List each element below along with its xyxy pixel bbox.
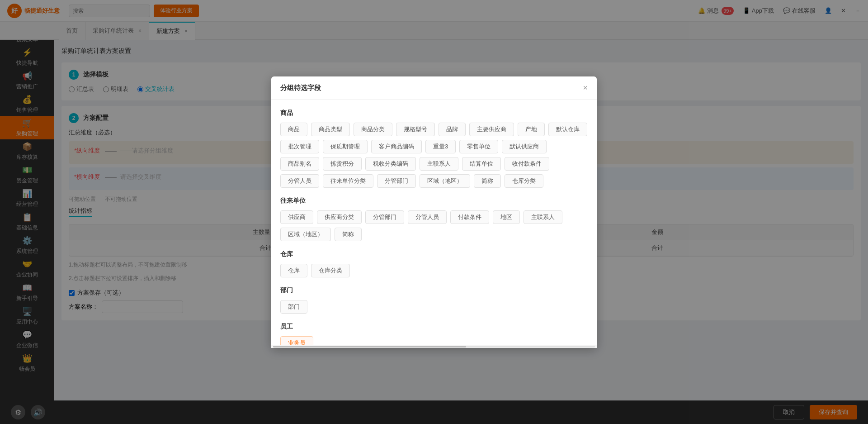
field-tag[interactable]: 默认供应商 (502, 140, 547, 153)
field-tag[interactable]: 供应商分类 (317, 210, 362, 224)
field-tag[interactable]: 区域（地区） (280, 228, 331, 241)
field-tag[interactable]: 税收分类编码 (365, 157, 416, 171)
staff-tags: 业务员 (280, 336, 588, 345)
field-tag[interactable]: 往来单位分类 (323, 174, 373, 188)
section-title-product: 商品 (280, 109, 588, 117)
field-tag[interactable]: 产地 (518, 123, 545, 136)
field-tag[interactable]: 简称 (335, 228, 362, 241)
section-title-staff: 员工 (280, 323, 588, 331)
field-section-warehouse: 仓库 仓库仓库分类 (280, 250, 588, 277)
field-section-dept: 部门 部门 (280, 286, 588, 314)
field-tag[interactable]: 商品 (280, 123, 307, 136)
field-tag[interactable]: 默认仓库 (548, 123, 587, 136)
field-tag[interactable]: 结算单位 (462, 157, 501, 171)
field-tag[interactable]: 零售单位 (459, 140, 498, 153)
section-title-dept: 部门 (280, 286, 588, 295)
field-tag[interactable]: 品牌 (439, 123, 466, 136)
field-tag[interactable]: 拣货积分 (323, 157, 362, 171)
field-tag[interactable]: 主联系人 (420, 157, 458, 171)
field-tag[interactable]: 商品分类 (354, 123, 392, 136)
field-tag[interactable]: 分管部门 (377, 174, 416, 188)
field-section-partner: 往来单位 供应商供应商分类分管部门分管人员付款条件地区主联系人区域（地区）简称 (280, 197, 588, 241)
field-tag[interactable]: 业务员 (280, 336, 313, 345)
field-tag[interactable]: 分管人员 (408, 210, 447, 224)
field-tag[interactable]: 付款条件 (450, 210, 489, 224)
dialog-title: 分组待选字段 (280, 84, 321, 92)
field-tag[interactable]: 客户商品编码 (371, 140, 422, 153)
dialog-body[interactable]: 商品 商品商品类型商品分类规格型号品牌主要供应商产地默认仓库批次管理保质期管理客… (271, 100, 597, 345)
field-section-staff: 员工 业务员 (280, 323, 588, 345)
field-tag[interactable]: 仓库分类 (311, 264, 350, 277)
field-tag[interactable]: 分管人员 (280, 174, 319, 188)
dialog-h-scrollbar (271, 345, 597, 348)
section-title-partner: 往来单位 (280, 197, 588, 205)
field-tag[interactable]: 批次管理 (280, 140, 319, 153)
h-scrollbar-track (273, 346, 595, 348)
field-tag[interactable]: 主要供应商 (469, 123, 514, 136)
field-tag[interactable]: 仓库分类 (505, 174, 543, 188)
field-tag[interactable]: 收付款条件 (505, 157, 549, 171)
dept-tags: 部门 (280, 300, 588, 314)
dialog-header: 分组待选字段 × (271, 76, 597, 100)
field-tag[interactable]: 供应商 (280, 210, 313, 224)
overlay: 分组待选字段 × 商品 商品商品类型商品分类规格型号品牌主要供应商产地默认仓库批… (0, 0, 868, 424)
section-title-warehouse: 仓库 (280, 250, 588, 258)
field-tag[interactable]: 商品别名 (280, 157, 319, 171)
field-tag[interactable]: 主联系人 (524, 210, 562, 224)
dialog: 分组待选字段 × 商品 商品商品类型商品分类规格型号品牌主要供应商产地默认仓库批… (271, 76, 597, 348)
field-tag[interactable]: 规格型号 (396, 123, 435, 136)
field-section-product: 商品 商品商品类型商品分类规格型号品牌主要供应商产地默认仓库批次管理保质期管理客… (280, 109, 588, 188)
warehouse-tags: 仓库仓库分类 (280, 264, 588, 277)
field-tag[interactable]: 地区 (493, 210, 520, 224)
field-tag[interactable]: 部门 (280, 300, 307, 314)
h-scrollbar-thumb[interactable] (273, 346, 466, 348)
field-tag[interactable]: 保质期管理 (323, 140, 368, 153)
field-tag[interactable]: 分管部门 (365, 210, 404, 224)
partner-tags: 供应商供应商分类分管部门分管人员付款条件地区主联系人区域（地区）简称 (280, 210, 588, 241)
field-tag[interactable]: 重量3 (425, 140, 456, 153)
product-tags: 商品商品类型商品分类规格型号品牌主要供应商产地默认仓库批次管理保质期管理客户商品… (280, 123, 588, 188)
field-tag[interactable]: 商品类型 (311, 123, 350, 136)
field-tag[interactable]: 区域（地区） (420, 174, 470, 188)
field-tag[interactable]: 仓库 (280, 264, 307, 277)
dialog-close-button[interactable]: × (583, 83, 588, 93)
field-tag[interactable]: 简称 (474, 174, 501, 188)
